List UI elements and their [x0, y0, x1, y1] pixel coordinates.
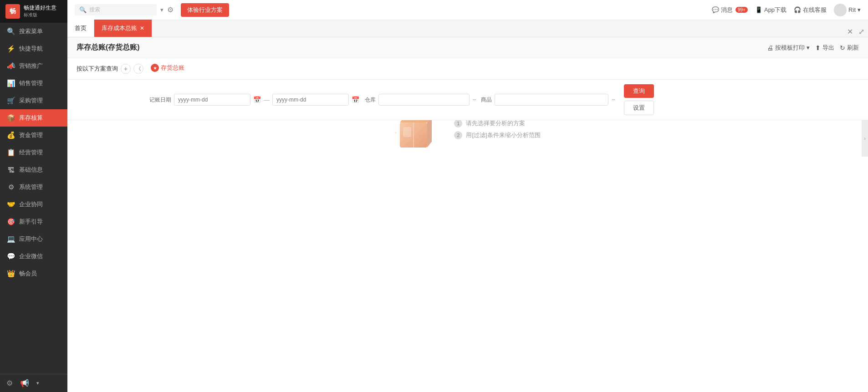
warehouse-more-icon[interactable]: ···	[472, 96, 475, 104]
search-icon: 🔍	[79, 6, 87, 13]
tab-inventory-ledger[interactable]: 库存成本总账 ✕	[94, 20, 152, 37]
speaker-icon[interactable]: 📢	[20, 379, 29, 387]
sidebar-item-guide[interactable]: 🎯 新手引导	[0, 213, 67, 230]
content-header: 库存总账(存货总账) 🖨 按模板打印 ▾ ⬆ 导出 ↻ 刷新	[67, 37, 868, 58]
date-start-input[interactable]	[174, 94, 250, 106]
settings-icon[interactable]: ⚙	[167, 5, 174, 14]
product-field-group: 商品 ···	[481, 94, 614, 106]
print-icon: 🖨	[767, 44, 773, 51]
sidebar-item-basic[interactable]: 🏗 基础信息	[0, 161, 67, 178]
sidebar-item-inventory[interactable]: 📦 库存核算	[0, 109, 67, 127]
inventory-icon: 📦	[6, 114, 15, 122]
app-icon: 💻	[6, 235, 15, 243]
settings-btn[interactable]: 设置	[624, 101, 654, 115]
service-item[interactable]: 🎧 在线客服	[794, 6, 827, 14]
calendar-start-icon[interactable]: 📅	[253, 96, 261, 103]
sidebar-item-wechat[interactable]: 💬 企业微信	[0, 248, 67, 265]
filter-scheme[interactable]: ★ 存货总账	[151, 64, 184, 72]
sidebar-item-member[interactable]: 👑 畅会员	[0, 265, 67, 282]
search-bar[interactable]: 🔍 搜索	[75, 4, 157, 15]
filter-area: 按以下方案查询 + 《 ★ 存货总账	[67, 58, 868, 80]
sidebar-item-quicknav[interactable]: ⚡ 快捷导航	[0, 40, 67, 57]
print-dropdown-icon: ▾	[807, 44, 810, 51]
main-area: 🔍 搜索 ▾ ⚙ 体验行业方案 💬 消息 99+ 📱 App下载 🎧 在线客服 …	[67, 0, 868, 392]
topbar: 🔍 搜索 ▾ ⚙ 体验行业方案 💬 消息 99+ 📱 App下载 🎧 在线客服 …	[67, 0, 868, 20]
sidebar-item-enterprise[interactable]: 🤝 企业协同	[0, 196, 67, 213]
filter-collapse-btn[interactable]: 《	[133, 64, 143, 74]
industry-btn[interactable]: 体验行业方案	[181, 3, 229, 17]
scheme-icon: ★	[151, 64, 159, 72]
sidebar-item-purchase[interactable]: 🛒 采购管理	[0, 92, 67, 109]
app-name: 畅捷通好生意	[24, 5, 56, 12]
page-title: 库存总账(存货总账)	[77, 43, 140, 52]
tab-close-area: ✕ ⤢	[845, 26, 868, 37]
date-end-input[interactable]	[272, 94, 349, 106]
avatar	[834, 4, 847, 16]
message-item[interactable]: 💬 消息 99+	[712, 6, 748, 14]
calendar-end-icon[interactable]: 📅	[352, 96, 359, 103]
wechat-icon: 💬	[6, 252, 15, 260]
app-download-item[interactable]: 📱 App下载	[755, 6, 786, 14]
sidebar-item-marketing[interactable]: 📣 营销推广	[0, 57, 67, 75]
topbar-right: 💬 消息 99+ 📱 App下载 🎧 在线客服 Rit ▾	[712, 4, 861, 16]
headset-icon: 🎧	[794, 6, 801, 13]
tab-close-icon[interactable]: ✕	[140, 25, 144, 31]
print-btn[interactable]: 🖨 按模板打印 ▾	[767, 44, 810, 52]
sidebar-item-system[interactable]: ⚙ 系统管理	[0, 178, 67, 196]
product-input[interactable]	[495, 94, 608, 106]
warehouse-input[interactable]	[378, 94, 470, 106]
right-collapse-handle[interactable]: ›	[862, 120, 868, 157]
username: Rit	[848, 6, 856, 13]
message-badge: 99+	[735, 7, 748, 13]
product-label: 商品	[481, 96, 492, 104]
refresh-label: 刷新	[847, 44, 859, 52]
svg-rect-3	[403, 127, 411, 137]
empty-hint-1: 1 请先选择要分析的方案	[454, 120, 540, 127]
svg-marker-2	[427, 120, 432, 148]
mobile-icon: 📱	[755, 6, 762, 13]
logo-icon: 畅	[5, 4, 20, 19]
sidebar-item-label: 库存核算	[19, 114, 43, 122]
sidebar-item-label: 营销推广	[19, 62, 43, 70]
user-profile[interactable]: Rit ▾	[834, 4, 861, 16]
filter-add-btn[interactable]: +	[121, 64, 131, 74]
basic-icon: 🏗	[6, 166, 15, 174]
body-content: ✦ ✦ ✦ 1 请先选择要分析的方案 2 用[过滤]条件来缩小分析范围	[67, 120, 862, 157]
date-separator: —	[264, 97, 270, 103]
product-more-icon[interactable]: ···	[611, 96, 614, 104]
message-icon: 💬	[712, 6, 719, 13]
svg-marker-1	[400, 120, 432, 122]
message-label: 消息	[721, 6, 733, 14]
body-area: ✦ ✦ ✦ 1 请先选择要分析的方案 2 用[过滤]条件来缩小分析范围	[67, 120, 868, 157]
system-icon: ⚙	[6, 183, 15, 191]
dropdown-icon[interactable]: ▾	[160, 6, 163, 13]
search-placeholder: 搜索	[89, 6, 100, 14]
sidebar-footer: ⚙ 📢 ▾	[0, 374, 67, 392]
hint-num-1: 1	[454, 120, 462, 127]
sidebar-item-label: 畅会员	[19, 270, 37, 278]
sidebar-item-sales[interactable]: 📊 销售管理	[0, 75, 67, 92]
refresh-icon: ↻	[840, 44, 845, 51]
expand-icon[interactable]: ⤢	[858, 27, 864, 36]
sidebar-item-label: 企业协同	[19, 200, 43, 209]
print-label: 按模板打印	[775, 44, 805, 52]
header-actions: 🖨 按模板打印 ▾ ⬆ 导出 ↻ 刷新	[767, 44, 859, 52]
query-btn[interactable]: 查询	[624, 84, 654, 98]
refresh-btn[interactable]: ↻ 刷新	[840, 44, 859, 52]
sidebar-item-finance[interactable]: 💰 资金管理	[0, 127, 67, 144]
close-tab-btn[interactable]: ✕	[845, 26, 855, 37]
scroll-down-indicator: ▾	[36, 380, 39, 386]
sidebar-item-label: 应用中心	[19, 235, 43, 243]
export-btn[interactable]: ⬆ 导出	[815, 44, 834, 52]
sidebar-item-label: 新手引导	[19, 218, 43, 226]
sidebar-item-label: 基础信息	[19, 166, 43, 174]
warehouse-field-group: 仓库 ···	[365, 94, 475, 106]
sidebar-item-operation[interactable]: 📋 经营管理	[0, 144, 67, 161]
tab-home-label: 首页	[75, 24, 87, 32]
collapse-arrow-icon: ›	[864, 135, 866, 142]
settings-footer-icon[interactable]: ⚙	[6, 379, 13, 387]
sidebar-item-search[interactable]: 🔍 搜索菜单	[0, 23, 67, 40]
empty-illustration: ✦ ✦ ✦	[388, 120, 443, 157]
sidebar-item-appstore[interactable]: 💻 应用中心	[0, 230, 67, 248]
tab-home[interactable]: 首页	[67, 20, 94, 37]
